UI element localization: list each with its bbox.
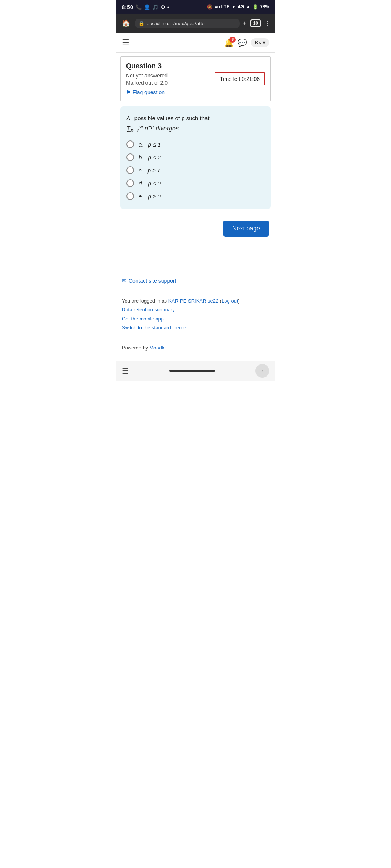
option-c-key: c.: [139, 167, 143, 174]
powered-by: Powered by Moodle: [122, 340, 269, 355]
signal-bars: ▲: [246, 4, 250, 10]
chat-icon[interactable]: 💬: [238, 38, 247, 47]
logged-in-username[interactable]: KARIPE SRIKAR se22: [168, 298, 219, 304]
powered-by-text: Powered by: [122, 345, 148, 351]
more-options-icon[interactable]: ⋮: [265, 20, 271, 27]
question-card: Question 3 Not yet answered Marked out o…: [120, 56, 271, 101]
wifi-icon: ▼: [231, 4, 236, 10]
option-d-key: d.: [139, 180, 144, 187]
option-b-key: b.: [139, 154, 144, 161]
user-initials: Ks: [255, 40, 261, 45]
home-indicator: [169, 370, 215, 372]
radio-d[interactable]: [126, 179, 134, 187]
next-page-button[interactable]: Next page: [223, 221, 269, 237]
question-main-text: All possible values of p such that: [126, 115, 210, 121]
option-e-key: e.: [139, 193, 144, 200]
new-tab-icon[interactable]: +: [243, 20, 246, 27]
option-a[interactable]: a. p ≤ 1: [126, 140, 265, 148]
flag-question-link[interactable]: ⚑ Flag question: [126, 89, 165, 95]
footer-divider: [122, 291, 269, 291]
notification-wrapper: 🔔 8: [224, 38, 234, 47]
option-e-text: p ≥ 0: [148, 193, 161, 200]
url-text: euclid-mu.in/mod/quiz/atte: [147, 21, 205, 26]
question-content-box: All possible values of p such that ∑n=1∞…: [120, 106, 271, 209]
option-b-text: p ≤ 2: [148, 154, 161, 161]
dot-icon: •: [167, 4, 169, 10]
switch-theme-link[interactable]: Switch to the standard theme: [122, 325, 186, 330]
option-a-text: p ≤ 1: [148, 141, 161, 148]
option-e[interactable]: e. p ≥ 0: [126, 192, 265, 200]
moodle-link[interactable]: Moodle: [149, 345, 166, 351]
header-right: 🔔 8 💬 Ks ▾: [224, 38, 269, 47]
option-c[interactable]: c. p ≥ 1: [126, 166, 265, 174]
options-list: a. p ≤ 1 b. p ≤ 2 c. p ≥ 1 d. p ≤ 0 e. p…: [126, 140, 265, 200]
app-header: ☰ 🔔 8 💬 Ks ▾: [116, 33, 275, 53]
radio-c[interactable]: [126, 166, 134, 174]
next-page-container: Next page: [116, 214, 275, 243]
url-bar[interactable]: 🔒 euclid-mu.in/mod/quiz/atte: [135, 19, 240, 28]
option-d[interactable]: d. p ≤ 0: [126, 179, 265, 187]
data-retention-link[interactable]: Data retention summary: [122, 307, 175, 312]
footer: ✉ Contact site support You are logged in…: [116, 266, 275, 361]
logged-in-label: You are logged in as: [122, 298, 167, 304]
radio-e[interactable]: [126, 192, 134, 200]
mute-icon: 🔕: [207, 4, 213, 10]
user-badge[interactable]: Ks ▾: [251, 38, 269, 47]
logout-link[interactable]: Log out: [221, 298, 238, 304]
browser-actions: + 10 ⋮: [243, 19, 271, 27]
status-right: 🔕 Vo LTE ▼ 4G ▲ 🔋 78%: [207, 4, 269, 10]
option-b[interactable]: b. p ≤ 2: [126, 153, 265, 161]
question-text: All possible values of p such that ∑n=1∞…: [126, 114, 265, 134]
status-left: 8:50 📞 👤 🎵 ⊙ •: [122, 4, 169, 10]
hamburger-menu-icon[interactable]: ☰: [122, 38, 129, 48]
bottom-menu-icon[interactable]: ☰: [122, 366, 129, 375]
browser-home-button[interactable]: 🏠: [120, 18, 132, 29]
notification-badge: 8: [229, 37, 236, 43]
status-time: 8:50: [122, 4, 133, 10]
footer-logged-in: You are logged in as KARIPE SRIKAR se22 …: [122, 296, 269, 332]
person-icon: 👤: [144, 4, 150, 10]
question-number: 3: [158, 62, 162, 70]
signal-label: 4G: [238, 4, 244, 10]
battery-level: 78%: [260, 4, 269, 10]
question-label: Question: [126, 62, 158, 70]
contact-support-link[interactable]: ✉ Contact site support: [122, 278, 176, 284]
contact-support-text: Contact site support: [129, 278, 176, 284]
option-a-key: a.: [139, 141, 144, 148]
circle-icon: ⊙: [161, 4, 165, 10]
user-dropdown-arrow: ▾: [263, 40, 265, 45]
status-bar: 8:50 📞 👤 🎵 ⊙ • 🔕 Vo LTE ▼ 4G ▲ 🔋 78%: [116, 0, 275, 14]
lock-icon: 🔒: [139, 21, 144, 26]
radio-b[interactable]: [126, 153, 134, 161]
radio-a[interactable]: [126, 140, 134, 148]
mobile-app-link[interactable]: Get the mobile app: [122, 316, 164, 322]
option-c-text: p ≥ 1: [148, 167, 160, 174]
music-icon: 🎵: [152, 4, 158, 10]
option-d-text: p ≤ 0: [148, 180, 161, 187]
time-label: Time left 0:21:06: [220, 76, 260, 82]
math-formula: ∑n=1∞ n−p diverges: [126, 125, 179, 132]
bottom-nav: ☰ ‹: [116, 361, 275, 381]
battery-icon: 🔋: [252, 4, 258, 10]
timer-box: Time left 0:21:06: [215, 72, 265, 85]
envelope-icon: ✉: [122, 278, 126, 284]
lte-label: Vo LTE: [215, 4, 230, 10]
tab-count[interactable]: 10: [250, 19, 261, 27]
flag-label: Flag question: [132, 89, 165, 95]
question-title: Question 3: [126, 62, 265, 70]
flag-icon: ⚑: [126, 89, 131, 95]
phone-icon: 📞: [136, 4, 142, 10]
back-button[interactable]: ‹: [255, 364, 269, 378]
browser-bar: 🏠 🔒 euclid-mu.in/mod/quiz/atte + 10 ⋮: [116, 14, 275, 33]
